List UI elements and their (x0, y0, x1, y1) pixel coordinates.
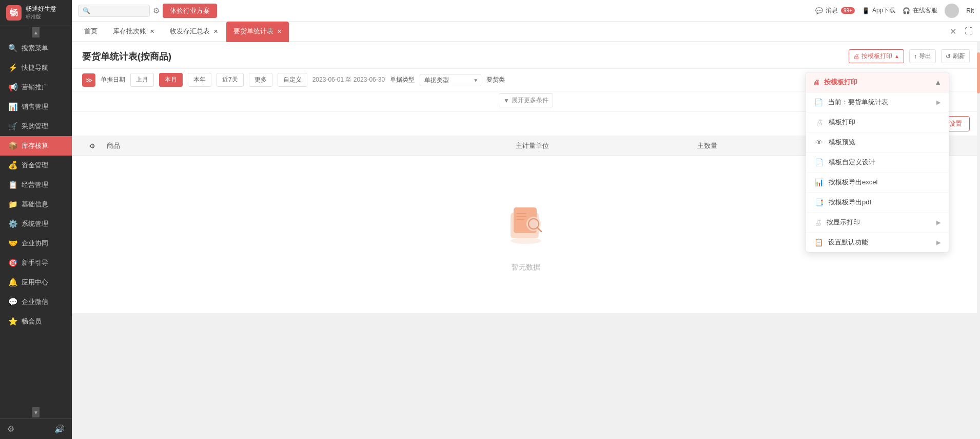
dropdown-export-excel[interactable]: 📊 按模板导出excel (806, 173, 949, 193)
date-btn-custom[interactable]: 自定义 (278, 73, 307, 87)
search-topbar-icon: 🔍 (83, 7, 90, 14)
th-qty: 主数量 (620, 136, 795, 156)
display-print-icon: 🖨 (814, 218, 821, 226)
dropdown-current-icon: 📄 (814, 98, 823, 106)
sidebar-item-label: 快捷导航 (22, 63, 48, 72)
sidebar-item-guide[interactable]: 🎯 新手引导 (0, 253, 72, 273)
sidebar-item-system[interactable]: ⚙️ 系统管理 (0, 214, 72, 234)
app-logo: 畅 畅通好生意 标准版 (0, 0, 72, 26)
sidebar-item-operations[interactable]: 📋 经营管理 (0, 175, 72, 195)
dropdown-template-custom[interactable]: 📄 模板自定义设计 (806, 152, 949, 173)
topbar: 🔍 ⚙ 体验行业方案 💬 消息 99+ 📱 App下载 🎧 在线客服 Rit (72, 0, 980, 22)
sidebar: 畅 畅通好生意 标准版 ▲ 🔍 搜索菜单 ⚡ 快捷导航 📢 营销推广 📊 销售管… (0, 0, 72, 439)
dropdown-current-label: 当前：要货单统计表 (828, 98, 888, 107)
sidebar-item-label: 库存核算 (22, 141, 48, 150)
sidebar-item-label: 基础信息 (22, 200, 48, 209)
sidebar-footer: ⚙ 🔊 (0, 418, 72, 439)
online-service-group[interactable]: 🎧 在线客服 (903, 6, 937, 15)
money-icon: 💰 (8, 161, 17, 170)
date-btn-last-month[interactable]: 上月 (130, 73, 154, 87)
sidebar-item-label: 销售管理 (22, 102, 48, 111)
page-body: 要货单统计表(按商品) 🖨 按模板打印 ▲ ↑ 导出 ↺ 刷新 (72, 42, 980, 439)
sidebar-scroll-up[interactable]: ▲ (32, 27, 40, 37)
filter-expand-icon[interactable]: ≫ (82, 73, 95, 87)
messages-badge: 99+ (841, 7, 855, 14)
sidebar-item-sales[interactable]: 📊 销售管理 (0, 97, 72, 117)
tab-order-stats[interactable]: 要货单统计表 ✕ (226, 22, 289, 42)
sound-footer-icon[interactable]: 🔊 (54, 424, 65, 434)
th-settings[interactable]: ⚙ (82, 137, 103, 155)
sidebar-item-member[interactable]: ⭐ 畅会员 (0, 312, 72, 331)
dropdown-export-pdf[interactable]: 📑 按模板导出pdf (806, 193, 949, 213)
bill-type-select[interactable]: 单据类型 (420, 74, 481, 86)
tabs-expand-btn[interactable]: ⛶ (963, 25, 975, 38)
sidebar-item-enterprise[interactable]: 🤝 企业协同 (0, 234, 72, 253)
cart-icon: 🛒 (8, 122, 17, 131)
pdf-icon: 📑 (814, 198, 824, 206)
dropdown-display-print[interactable]: 🖨 按显示打印 ▶ (806, 213, 949, 233)
topbar-search[interactable]: 🔍 (78, 5, 150, 17)
date-btn-7days[interactable]: 近7天 (217, 73, 244, 87)
refresh-icon: ↺ (946, 53, 951, 60)
tabs-minimize-btn[interactable]: ✕ (948, 25, 958, 39)
date-btn-this-month[interactable]: 本月 (159, 73, 183, 87)
app-download-group[interactable]: 📱 App下载 (862, 6, 895, 15)
logo-icon: 畅 (6, 5, 22, 21)
dropdown-template-custom-label: 模板自定义设计 (829, 158, 875, 167)
sidebar-item-search[interactable]: 🔍 搜索菜单 (0, 39, 72, 58)
print-template-btn[interactable]: 🖨 按模板打印 ▲ (849, 49, 904, 63)
th-product: 商品 (103, 136, 444, 156)
sidebar-item-label: 营销推广 (22, 83, 48, 92)
dropdown-collapse-btn[interactable]: ▲ (934, 78, 942, 86)
sidebar-item-label: 应用中心 (22, 278, 48, 287)
settings-footer-icon[interactable]: ⚙ (7, 424, 14, 434)
tab-batch-account-close[interactable]: ✕ (150, 28, 154, 35)
chevron-right-3-icon: ▶ (936, 239, 940, 246)
topbar-settings-icon[interactable]: ⚙ (153, 6, 160, 15)
sidebar-item-wechat[interactable]: 💬 企业微信 (0, 292, 72, 312)
dropdown-title: 按模板打印 (824, 78, 857, 87)
handshake-icon: 🤝 (8, 239, 17, 248)
export-btn[interactable]: ↑ 导出 (909, 49, 936, 63)
sidebar-scroll-down[interactable]: ▼ (32, 407, 40, 417)
logo-sub: 标准版 (26, 13, 56, 21)
date-btn-this-year[interactable]: 本年 (188, 73, 211, 87)
sidebar-item-basic[interactable]: 📁 基础信息 (0, 195, 72, 214)
tab-receivable-summary[interactable]: 收发存汇总表 ✕ (163, 22, 225, 42)
messages-group[interactable]: 💬 消息 99+ (815, 6, 855, 15)
date-range: 2023-06-01 至 2023-06-30 (312, 75, 385, 84)
avatar[interactable] (945, 4, 959, 18)
bill-type-label: 单据类型 (390, 75, 415, 84)
sidebar-nav: 🔍 搜索菜单 ⚡ 快捷导航 📢 营销推广 📊 销售管理 🛒 采购管理 📦 库存核… (0, 39, 72, 406)
sidebar-item-app[interactable]: 🔔 应用中心 (0, 273, 72, 292)
chevron-down-icon: ▼ (503, 97, 509, 104)
refresh-btn[interactable]: ↺ 刷新 (941, 49, 970, 63)
dropdown-template-preview[interactable]: 👁 模板预览 (806, 132, 949, 152)
sidebar-item-shortcut[interactable]: ⚡ 快捷导航 (0, 58, 72, 78)
dropdown-export-excel-label: 按模板导出excel (829, 178, 877, 187)
sidebar-item-label: 新手引导 (22, 258, 48, 268)
tab-home[interactable]: 首页 (77, 22, 105, 42)
sidebar-item-purchase[interactable]: 🛒 采购管理 (0, 117, 72, 136)
order-type-label: 要货类 (486, 75, 505, 84)
right-scrollbar[interactable] (977, 42, 980, 439)
bill-type-select-wrap: 单据类型 ▼ (420, 74, 481, 86)
date-btn-more[interactable]: 更多 (249, 73, 272, 87)
display-print-label: 按显示打印 (827, 218, 860, 227)
online-service-label: 在线客服 (913, 6, 937, 15)
dropdown-current-template[interactable]: 📄 当前：要货单统计表 ▶ (806, 92, 949, 112)
expand-more-btn[interactable]: ▼ 展开更多条件 (499, 93, 553, 107)
tab-order-stats-close[interactable]: ✕ (277, 28, 282, 35)
experience-button[interactable]: 体验行业方案 (163, 4, 217, 18)
headset-icon: 🎧 (903, 7, 910, 14)
set-default-label: 设置默认功能 (828, 238, 868, 247)
sidebar-item-label: 企业协同 (22, 239, 48, 248)
svg-point-0 (511, 238, 541, 244)
dropdown-set-default[interactable]: 📋 设置默认功能 ▶ (806, 233, 949, 252)
sidebar-item-inventory[interactable]: 📦 库存核算 (0, 136, 72, 156)
tab-receivable-summary-close[interactable]: ✕ (213, 28, 218, 35)
sidebar-item-marketing[interactable]: 📢 营销推广 (0, 78, 72, 97)
sidebar-item-finance[interactable]: 💰 资金管理 (0, 156, 72, 175)
dropdown-template-print[interactable]: 🖨 模板打印 (806, 112, 949, 132)
tab-batch-account[interactable]: 库存批次账 ✕ (106, 22, 162, 42)
